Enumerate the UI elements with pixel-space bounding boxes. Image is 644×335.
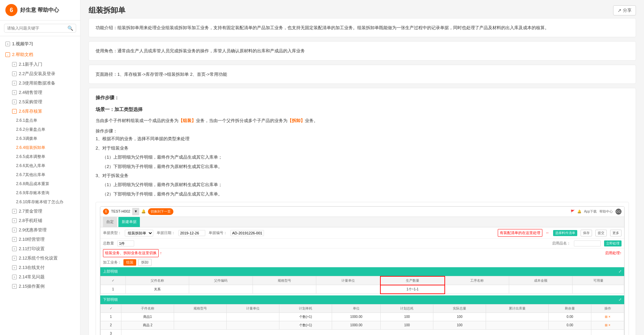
expand-icon-2-8: + xyxy=(12,218,17,223)
mock-date-label: 单据日期： xyxy=(157,230,175,236)
mock-upper-th-name: 父件名称 xyxy=(126,276,189,285)
sidebar-item-2[interactable]: - 2.帮助文档 xyxy=(0,50,80,60)
sidebar-item-2-13[interactable]: + 2.13在线支付 xyxy=(0,263,80,272)
mock-type-label: 单据类型： xyxy=(103,230,121,236)
mock-lower-cell-name-2: 商品 2 xyxy=(121,321,174,329)
mock-upper-th-qty: 生产数量 xyxy=(380,276,445,285)
mock-next-btn[interactable]: 切换到下一页 xyxy=(148,208,173,215)
sidebar-item-2-7[interactable]: + 2.7资金管理 xyxy=(0,207,80,216)
sidebar-item-2-11[interactable]: + 2.11打印设置 xyxy=(0,244,80,254)
step-3-1: （1）上部明细为父件明细，最终作为原材料生成其它出库单； xyxy=(102,181,629,188)
logo-icon: 6 xyxy=(5,4,17,16)
sidebar-item-2-6-9[interactable]: 2.6.9库存账本查询 xyxy=(0,188,80,198)
mock-lower-cell-name-1: 商品1 xyxy=(121,313,174,321)
mock-btn-more[interactable]: 更多 xyxy=(610,230,622,236)
sidebar-item-2-6-2[interactable]: 2.6.2分量盘点单 xyxy=(0,125,80,134)
expand-icon-2-3: + xyxy=(12,81,17,86)
intro-text: 功能介绍：组装拆卸单用来处理企业组装或拆卸等加工业务，支持有固定装配清单的产品加… xyxy=(96,25,549,30)
mock-avatar: CC xyxy=(615,209,622,215)
expand-icon-2-7: + xyxy=(12,209,17,214)
sidebar-item-2-12[interactable]: + 2.12系统个性化设置 xyxy=(0,254,80,263)
mock-help-btn[interactable]: 帮助中心 xyxy=(599,209,613,215)
mock-lower-op-2[interactable]: ⊞ × xyxy=(605,323,610,327)
sidebar-item-2-2[interactable]: + 2.2产品安装及登录 xyxy=(0,69,80,78)
mock-upper-expand[interactable]: ⤢ xyxy=(619,268,622,275)
main-content: 功能介绍：组装拆卸单用来处理企业组装或拆卸等加工业务，支持有固定装配清单的产品加… xyxy=(80,18,644,335)
expand-icon-2-12: + xyxy=(12,256,17,261)
mock-apps-btn[interactable]: App下载 xyxy=(584,209,597,215)
sidebar-item-2-6-5[interactable]: 2.6.5成本调整单 xyxy=(0,152,80,161)
sidebar-item-2-10[interactable]: + 2.10经营管理 xyxy=(0,235,80,244)
mock-upper-th-avail: 可用量 xyxy=(573,276,624,285)
mock-no-input[interactable] xyxy=(230,230,264,236)
mock-lower-expand[interactable]: ⤢ xyxy=(619,296,622,303)
step-3: 3、对于拆装业务 xyxy=(96,172,629,179)
mock-type-select[interactable]: 组装拆卸单 xyxy=(125,230,153,236)
sidebar-item-2-6-10[interactable]: 2.6.10库存账本错了怎么办 xyxy=(0,198,80,207)
mock-lower-th-remain: 剩余量 xyxy=(548,304,591,313)
sidebar-item-2-4[interactable]: + 2.4销售管理 xyxy=(0,88,80,97)
mock-btn-save[interactable]: 保存 xyxy=(581,230,592,236)
mock-system-name: TEST-H002 xyxy=(111,208,130,215)
mock-annotation-right: 启用处理 xyxy=(605,250,620,257)
sidebar-item-2-6-1[interactable]: 2.6.1盘点单 xyxy=(0,116,80,125)
sidebar-item-2-6-8[interactable]: 2.6.8商品成本重算 xyxy=(0,179,80,188)
nav-section-2: - 2.帮助文档 + 2.1新手入门 + 2.2产品安装及登录 + 2.3使用前… xyxy=(0,50,80,291)
sidebar-item-2-6[interactable]: - 2.6库存核算 xyxy=(0,107,80,116)
sidebar-item-2-3[interactable]: + 2.3使用前数据准备 xyxy=(0,78,80,88)
sidebar-item-2-1-label: 2.1新手入门 xyxy=(19,61,42,67)
sidebar-item-2-9[interactable]: + 2.9优惠券管理 xyxy=(0,225,80,235)
sidebar-item-2-1[interactable]: + 2.1新手入门 xyxy=(0,60,80,69)
sidebar-item-2-6-6[interactable]: 2.6.6其他入库单 xyxy=(0,161,80,170)
mock-lower-th-name: 子件名称 xyxy=(121,304,174,313)
mock-lower-th-op: 操作 xyxy=(591,304,624,313)
mock-lower-th-actual: 实际总量 xyxy=(433,304,486,313)
mock-bell2: 🔔 xyxy=(577,209,581,215)
sidebar-item-2-8[interactable]: + 2.8手机旺铺 xyxy=(0,216,80,225)
mock-lower-op-1[interactable]: ⊞ × xyxy=(605,315,610,319)
mock-btn-assembly[interactable]: 组装 xyxy=(123,259,136,266)
collapse-icon-2-6: - xyxy=(12,109,17,114)
operations-title: 操作步骤： xyxy=(96,94,629,102)
main-header: 组装拆卸单 ↗ 分享 xyxy=(80,0,644,18)
search-input[interactable] xyxy=(7,26,67,31)
search-icon[interactable]: 🔍 xyxy=(67,25,73,31)
mock-qty-input[interactable] xyxy=(117,240,134,246)
mock-tab-custom[interactable]: 自定 xyxy=(103,217,117,227)
sidebar-item-2-6-7[interactable]: 2.6.7其他出库单 xyxy=(0,170,80,179)
sidebar-item-2-6-3[interactable]: 2.6.3调拨单 xyxy=(0,134,80,143)
share-button[interactable]: ↗ 分享 xyxy=(613,5,636,15)
mock-btn-enable[interactable]: 立即处理 xyxy=(604,240,622,246)
main: 组装拆卸单 ↗ 分享 功能介绍：组装拆卸单用来处理企业组装或拆卸等加工业务，支持… xyxy=(80,0,644,335)
mock-btn-disassembly[interactable]: 拆卸 xyxy=(138,259,152,266)
mock-annotation-top: 有装配清单的在这里处理 xyxy=(498,229,542,237)
step-2-1: （1）上部明细为父件明细，最终作为产成品生成其它入库单； xyxy=(102,153,629,161)
mock-upper-cell-num: 1 xyxy=(101,285,126,294)
sidebar-item-2-5[interactable]: + 2.5采购管理 xyxy=(0,97,80,107)
share-label: 分享 xyxy=(623,7,632,13)
mock-btn-select-bom[interactable]: 选择料件清单 xyxy=(553,230,577,236)
expand-icon-2-11: + xyxy=(12,246,17,251)
sidebar-item-2-15[interactable]: + 2.15操作案例 xyxy=(0,282,80,291)
expand-icon-2-15: + xyxy=(12,284,17,289)
sidebar-item-2-14[interactable]: + 2.14常见问题 xyxy=(0,272,80,282)
sidebar-item-2-6-4[interactable]: 2.6.4组装拆卸单 xyxy=(0,143,80,152)
search-box: 🔍 xyxy=(4,24,76,33)
mock-lower-th-spec: 规格型号 xyxy=(174,304,227,313)
mock-lower-table: ✓ 子件名称 规格型号 计量单位 计划单耗 单位 计划总耗 实际总量 xyxy=(100,304,624,335)
mock-upper-th-check: ✓ xyxy=(101,276,126,285)
step-2: 2、对于组装业务 xyxy=(96,144,629,152)
sidebar-item-2-9-label: 2.9优惠券管理 xyxy=(19,227,47,233)
page-title: 组装拆卸单 xyxy=(89,5,125,15)
mock-upper-table: ✓ 父件名称 父件编码 规格型号 计量单位 生产数量 工序名称 成本金额 xyxy=(100,276,624,294)
sidebar-item-2-15-label: 2.15操作案例 xyxy=(19,283,45,289)
mock-tab-new[interactable]: 新建单据 xyxy=(118,217,140,227)
mock-btn-submit[interactable]: 提交 xyxy=(595,230,607,236)
mock-enable-input[interactable] xyxy=(574,240,601,246)
mock-upper-cell-spec xyxy=(253,285,316,294)
sidebar-item-2-12-label: 2.12系统个性化设置 xyxy=(19,255,58,261)
mock-date-input[interactable] xyxy=(178,230,205,236)
sidebar-item-1[interactable]: + 1.视频学习 xyxy=(0,39,80,49)
mock-qty-label: 总数量 xyxy=(103,240,114,247)
mock-annotations-row: 组装业务、拆卸业务在这里切换 ↑ 启用处理 ↑ xyxy=(100,248,624,258)
